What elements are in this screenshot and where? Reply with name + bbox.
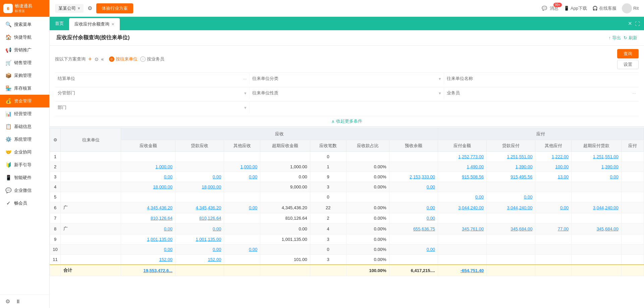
- filter-dept-arrow-icon[interactable]: ▾: [244, 91, 247, 96]
- sidebar-item-system[interactable]: ⚙️ 系统管理: [0, 133, 49, 146]
- tab-ar-query[interactable]: 应收应付余额查询 ✕: [69, 18, 120, 30]
- tab-close-icon[interactable]: ✕: [111, 22, 114, 27]
- sidebar-item-sales[interactable]: 🛒 销售管理: [0, 56, 49, 69]
- sidebar-item-member[interactable]: ✓ 畅会员: [0, 197, 49, 210]
- table-settings-th[interactable]: ⚙: [50, 128, 61, 152]
- refresh-icon: ↻: [624, 35, 627, 40]
- table-row: 6广4,345,436.204,345,436.200.004,345,436.…: [50, 202, 644, 213]
- th-ap-overdue: 超期应付货款: [572, 140, 621, 152]
- messages-icon: 💬: [542, 6, 547, 11]
- sidebar-footer: ⚙ ⏸: [0, 295, 49, 308]
- user-avatar-btn[interactable]: Rit: [622, 3, 639, 13]
- tab-maximize-icon[interactable]: ⛶: [635, 21, 640, 27]
- filter-buttons: 查询 设置: [617, 49, 639, 69]
- th-ar-overdue: 超期应收金额: [260, 140, 310, 152]
- export-btn[interactable]: ↑ 导出: [609, 35, 621, 41]
- filter-panel: 按以下方案查询 + ⊙ « ⊙ 按往来单位 ○ 按业务员 查询 设置: [50, 46, 644, 127]
- sidebar-item-quicknav[interactable]: 🏠 快捷导航: [0, 31, 49, 44]
- total-ar-count: [310, 265, 346, 276]
- tabbar: 首页 应收应付余额查询 ✕ ✕ ⛶: [50, 17, 644, 30]
- footer-collapse-icon[interactable]: ⏸: [15, 299, 21, 305]
- table-counterpart-th: 往来单位: [61, 128, 121, 152]
- filter-salesman-dots-icon[interactable]: ···: [632, 91, 636, 96]
- total-ar-ratio: 100.00%: [346, 265, 389, 276]
- online-service-btn[interactable]: 🎧 在线客服: [592, 5, 616, 11]
- sidebar-nav: 🔍 搜索菜单 🏠 快捷导航 📢 营销推广 🛒 销售管理 📦 采购管理 🏪 库存核…: [0, 17, 49, 295]
- app-download-btn[interactable]: 📱 App下载: [564, 5, 587, 11]
- sidebar-item-finance[interactable]: 💰 资金管理: [0, 95, 49, 107]
- messages-badge: 99+: [553, 3, 562, 7]
- settings-btn[interactable]: 设置: [617, 60, 639, 69]
- data-table: ⚙ 往来单位 应收 应付 应收金额 贷款应收 其他应收 超期应收金额 应收笔数 …: [50, 128, 644, 276]
- online-service-label: 在线客服: [599, 5, 616, 11]
- th-ap-other: 其他应付: [535, 140, 572, 152]
- collapse-btn[interactable]: ∧ 收起更多条件: [331, 118, 362, 124]
- org-selector[interactable]: 某某公司 ▾: [55, 4, 84, 13]
- trial-btn[interactable]: 体验行业方案: [96, 3, 133, 13]
- sidebar-item-marketing[interactable]: 📢 营销推广: [0, 44, 49, 56]
- schema-option-business[interactable]: ○ 按业务员: [140, 56, 164, 62]
- schema-nav-label: 按以下方案查询: [55, 56, 86, 62]
- sales-icon: 🛒: [5, 60, 11, 66]
- filter-field-division: 部门 ▾: [55, 102, 250, 113]
- sidebar-item-cooperation[interactable]: 🤝 企业协同: [0, 146, 49, 159]
- table-area: ⚙ 往来单位 应收 应付 应收金额 贷款应收 其他应收 超期应收金额 应收笔数 …: [50, 128, 644, 308]
- th-ar-other: 其他应收: [224, 140, 260, 152]
- filter-division-arrow-icon[interactable]: ▾: [244, 105, 247, 110]
- schema-add-icon[interactable]: +: [88, 56, 92, 62]
- filter-settlement-dots-icon[interactable]: ···: [243, 76, 247, 81]
- schema-settings-icon[interactable]: ⊙: [95, 56, 99, 62]
- query-btn[interactable]: 查询: [617, 49, 639, 58]
- filter-content-wrap: 按以下方案查询 + ⊙ « ⊙ 按往来单位 ○ 按业务员 查询 设置: [50, 46, 644, 308]
- sidebar-label-sales: 销售管理: [14, 60, 32, 66]
- schema-option-unit[interactable]: ⊙ 按往来单位: [109, 56, 138, 62]
- sidebar-logo: 6 畅捷通易 标准版: [0, 0, 49, 17]
- sidebar-item-management[interactable]: 📊 经营管理: [0, 107, 49, 120]
- page-container: 应收应付余额查询(按往来单位) ↑ 导出 ↻ 刷新: [50, 30, 644, 308]
- logo-icon: 6: [3, 4, 13, 13]
- sidebar-item-purchase[interactable]: 📦 采购管理: [0, 69, 49, 82]
- search-icon: 🔍: [5, 21, 11, 28]
- total-ap-overdue: [572, 265, 621, 276]
- messages-btn[interactable]: 💬 99+ 消息: [542, 5, 558, 11]
- sidebar-label-member: 畅会员: [14, 200, 27, 206]
- org-dropdown-icon: ▾: [78, 6, 80, 11]
- tab-home[interactable]: 首页: [50, 17, 69, 30]
- wechat-icon: 💬: [5, 187, 11, 193]
- tab-close-window-icon[interactable]: ✕: [628, 20, 632, 27]
- basic-icon: 📋: [5, 124, 11, 130]
- sidebar-item-inventory[interactable]: 🏪 库存核算: [0, 82, 49, 95]
- topbar-gear-icon[interactable]: ⚙: [88, 5, 92, 11]
- th-ap-extra: 应付: [621, 140, 644, 152]
- filter-unit-category-label: 往来单位分类: [252, 76, 278, 82]
- page-header: 应收应付余额查询(按往来单位) ↑ 导出 ↻ 刷新: [50, 30, 644, 46]
- guide-icon: 🔰: [5, 162, 11, 168]
- th-advance: 预收余额: [389, 140, 438, 152]
- schema-collapse-left-icon[interactable]: «: [101, 56, 104, 62]
- sidebar-label-quicknav: 快捷导航: [14, 34, 32, 40]
- filter-unit-nature-label: 往来单位性质: [252, 90, 278, 96]
- sidebar-item-search[interactable]: 🔍 搜索菜单: [0, 18, 49, 31]
- filter-field-unit-name: 往来单位名称: [444, 73, 639, 84]
- footer-settings-icon[interactable]: ⚙: [5, 298, 10, 305]
- filter-salesman-label: 业务员: [447, 90, 472, 96]
- table-ap-group-th: 应付: [438, 128, 644, 140]
- sidebar-item-basic[interactable]: 📋 基础信息: [0, 120, 49, 133]
- sidebar-item-hardware[interactable]: 📱 智能硬件: [0, 171, 49, 184]
- org-name: 某某公司: [58, 5, 76, 11]
- filter-unit-category-arrow-icon[interactable]: ▾: [439, 76, 441, 81]
- filter-unit-nature-arrow-icon[interactable]: ▾: [439, 91, 441, 96]
- inventory-icon: 🏪: [5, 85, 11, 91]
- total-ap-amount[interactable]: -654,751.40: [438, 265, 486, 276]
- schema-option-business-label: 按业务员: [147, 56, 164, 62]
- th-ar-loan: 贷款应收: [175, 140, 224, 152]
- filter-field-unit-nature: 往来单位性质 ▾: [250, 87, 444, 99]
- table-ar-group-th: 应收: [121, 128, 438, 140]
- refresh-btn[interactable]: ↻ 刷新: [624, 35, 637, 41]
- schema-nav-row: 按以下方案查询 + ⊙ « ⊙ 按往来单位 ○ 按业务员 查询 设置: [55, 49, 639, 69]
- total-ar-amount[interactable]: 19,553,472,6...: [121, 265, 175, 276]
- sidebar-item-wechat[interactable]: 💬 企业微信: [0, 184, 49, 197]
- th-ar-amount: 应收金额: [121, 140, 175, 152]
- filter-field-dept: 分管部门 ▾: [55, 87, 250, 99]
- sidebar-item-guide[interactable]: 🔰 新手引导: [0, 159, 49, 171]
